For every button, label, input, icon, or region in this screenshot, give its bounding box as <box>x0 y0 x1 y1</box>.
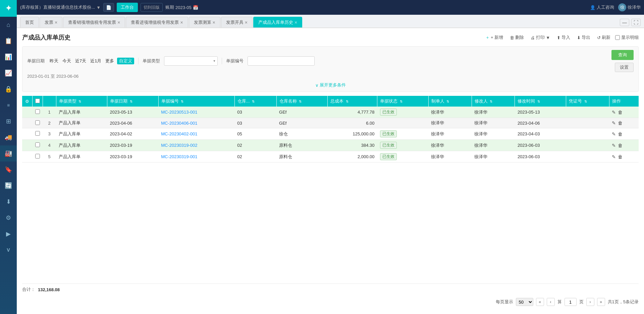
date-col-header[interactable]: 单据日期 ⇅ <box>107 96 159 107</box>
row-checkbox[interactable] <box>35 154 40 159</box>
sidebar-item-category[interactable]: ⊞ <box>0 113 17 129</box>
minimize-button[interactable]: — <box>620 19 629 26</box>
creator-col-header[interactable]: 制单人 ⇅ <box>428 96 472 107</box>
expand-filter-button[interactable]: ∨ 展开更多条件 <box>315 82 346 88</box>
sidebar-item-home[interactable]: ⌂ <box>0 17 17 33</box>
sidebar-item-v[interactable]: V <box>0 242 17 258</box>
tab-home[interactable]: 首页 <box>20 17 39 27</box>
company-selector[interactable]: (库存核算）直播轻拢通信息技术股份... ▼ <box>20 4 101 10</box>
tab-check-output-vat[interactable]: 查看销项增值税专用发票 × <box>63 17 125 27</box>
new-button[interactable]: ＋ + 新增 <box>483 34 505 42</box>
delete-icon[interactable]: 🗑 <box>618 120 623 126</box>
shortcut-today[interactable]: 今天 <box>61 58 72 64</box>
tab-invoice-calc-close[interactable]: × <box>213 20 215 25</box>
sidebar-item-refresh[interactable]: 🔄 <box>0 178 17 194</box>
support-button[interactable]: 👤 人工咨询 <box>590 4 614 10</box>
tab-product-inbound[interactable]: 产成品入库单历史 × <box>253 17 302 27</box>
checkbox-cell[interactable] <box>32 107 43 118</box>
code-link[interactable]: MC-20230513-001 <box>161 110 197 115</box>
sidebar-item-permission[interactable]: 🔒 <box>0 81 17 97</box>
set-button[interactable]: 设置 <box>615 63 634 72</box>
sidebar-item-doc[interactable]: 📋 <box>0 33 17 49</box>
code-link[interactable]: MC-20230319-001 <box>161 154 197 159</box>
tab-invoice-open-close[interactable]: × <box>245 20 248 25</box>
sidebar-item-gear[interactable]: ⚙ <box>0 210 17 226</box>
shortcut-more[interactable]: 更多 <box>104 58 115 64</box>
code-col-header[interactable]: 单据编号 ⇅ <box>158 96 234 107</box>
code-cell[interactable]: MC-20230319-002 <box>158 140 234 151</box>
import-button[interactable]: ⬆ 导入 <box>555 34 572 42</box>
checkbox-cell[interactable] <box>32 118 43 128</box>
code-link[interactable]: MC-20230319-002 <box>161 143 197 148</box>
delete-icon[interactable]: 🗑 <box>618 110 623 115</box>
tab-invoice-calc[interactable]: 发票测算 × <box>189 17 220 27</box>
code-filter-input[interactable] <box>248 56 315 66</box>
modifier-col-header[interactable]: 修改人 ⇅ <box>472 96 515 107</box>
row-checkbox[interactable] <box>35 109 40 114</box>
show-detail-checkbox[interactable]: 显示明细 <box>615 35 639 41</box>
prev-page-button[interactable]: ‹ <box>547 298 555 306</box>
shortcut-1month[interactable]: 近1月 <box>89 58 102 64</box>
shortcut-yesterday[interactable]: 昨天 <box>49 58 59 64</box>
row-checkbox[interactable] <box>35 131 40 136</box>
user-menu[interactable]: 徐 徐泽华 <box>618 3 641 11</box>
code-link[interactable]: MC-20230402-001 <box>161 131 197 136</box>
workbench-button[interactable]: 工作台 <box>117 3 138 12</box>
type-col-header[interactable]: 单据类型 ⇅ <box>56 96 107 107</box>
delete-icon[interactable]: 🗑 <box>618 154 623 160</box>
voucher-col-header[interactable]: 凭证号 ⇅ <box>566 96 609 107</box>
checkbox-cell[interactable] <box>32 151 43 163</box>
row-checkbox[interactable] <box>35 120 40 125</box>
status-col-header[interactable]: 单据状态 ⇅ <box>377 96 429 107</box>
code-cell[interactable]: MC-20230513-001 <box>158 107 234 118</box>
tab-check-output-vat-close[interactable]: × <box>117 20 120 25</box>
sidebar-item-stamp[interactable]: 🔖 <box>0 162 17 178</box>
first-page-button[interactable]: « <box>536 298 544 306</box>
cost-col-header[interactable]: 总成本 ⇅ <box>328 96 377 107</box>
wh-code-col-header[interactable]: 仓库... ⇅ <box>234 96 276 107</box>
delete-button[interactable]: 🗑 删除 <box>508 34 526 42</box>
tab-invoice-open[interactable]: 发票开具 × <box>221 17 253 27</box>
show-detail-check[interactable] <box>615 35 620 40</box>
type-select[interactable] <box>164 56 218 66</box>
page-size-select[interactable]: 20 50 100 <box>516 298 533 306</box>
tab-check-input-vat[interactable]: 查看进项增值税专用发票 × <box>126 17 188 27</box>
checkbox-col-header[interactable] <box>32 96 43 107</box>
settings-col-header[interactable]: ⚙ <box>22 96 32 107</box>
edit-icon[interactable]: ✎ <box>612 131 616 137</box>
tab-invoice-close[interactable]: × <box>55 20 57 25</box>
print-button[interactable]: 🖨 打印 ▼ <box>529 34 552 42</box>
tab-product-inbound-close[interactable]: × <box>294 20 297 25</box>
edit-icon[interactable]: ✎ <box>612 154 616 160</box>
tab-check-input-vat-close[interactable]: × <box>180 20 183 25</box>
edit-icon[interactable]: ✎ <box>612 110 616 115</box>
checkbox-cell[interactable] <box>32 140 43 151</box>
sidebar-item-chart[interactable]: 📊 <box>0 49 17 65</box>
gear-icon[interactable]: ⚙ <box>25 99 29 104</box>
export-button[interactable]: ⬇ 导出 <box>575 34 592 42</box>
code-cell[interactable]: MC-20230319-001 <box>158 151 234 163</box>
row-checkbox[interactable] <box>35 142 40 147</box>
calendar-icon[interactable]: 📅 <box>193 5 198 10</box>
code-cell[interactable]: MC-20230406-001 <box>158 118 234 128</box>
modify-time-col-header[interactable]: 修改时间 ⇅ <box>515 96 566 107</box>
code-link[interactable]: MC-20230406-001 <box>161 121 197 126</box>
select-all-checkbox[interactable] <box>35 99 40 103</box>
sidebar-item-truck[interactable]: 🚚 <box>0 129 17 145</box>
switch-old-button[interactable]: 切到旧版 <box>141 3 163 12</box>
checkbox-cell[interactable] <box>32 128 43 140</box>
sidebar-item-warehouse[interactable]: 🏭 <box>0 145 17 162</box>
shortcut-7days[interactable]: 近7天 <box>74 58 87 64</box>
next-page-button[interactable]: › <box>586 298 594 306</box>
page-input[interactable] <box>565 298 577 306</box>
last-page-button[interactable]: » <box>597 298 605 306</box>
refresh-button[interactable]: ↺ 刷新 <box>595 34 612 42</box>
sidebar-item-list[interactable]: ≡ <box>0 97 17 113</box>
edit-icon[interactable]: ✎ <box>612 143 616 148</box>
delete-icon[interactable]: 🗑 <box>618 131 623 137</box>
edit-icon[interactable]: ✎ <box>612 120 616 126</box>
tab-invoice[interactable]: 发票 × <box>40 17 62 27</box>
shortcut-custom[interactable]: 自定义 <box>117 58 134 64</box>
doc-button[interactable]: 📄 <box>103 3 114 12</box>
maximize-button[interactable]: ⛶ <box>631 19 641 26</box>
